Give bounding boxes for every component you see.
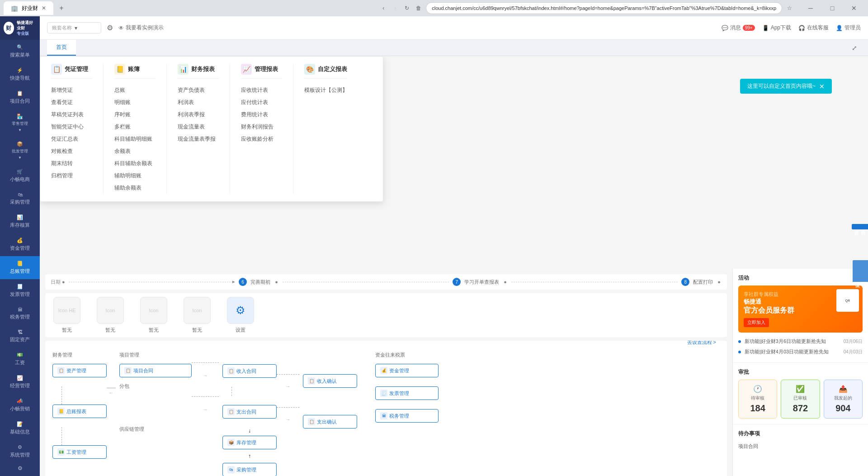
menu-item-detailed-ledger[interactable]: 明细账 xyxy=(114,96,156,109)
maximize-button[interactable]: □ xyxy=(822,2,843,14)
icon-cell-3[interactable]: Icon 暂无 xyxy=(136,297,172,333)
menu-item-income[interactable]: 利润表 xyxy=(178,96,219,109)
sidebar-logo[interactable]: 财 畅捷通好业财 专业版 xyxy=(0,16,40,40)
header-settings-icon[interactable]: ⚙ xyxy=(107,24,113,32)
sidebar-item-marketing[interactable]: 📣 小畅营销 xyxy=(0,394,40,417)
menu-item-cashflow[interactable]: 现金流量表 xyxy=(178,121,219,133)
flow-box-inventory[interactable]: 📦 库存管理 xyxy=(222,436,277,449)
menu-item-new-voucher[interactable]: 新增凭证 xyxy=(51,84,92,96)
refresh-button[interactable]: ↻ xyxy=(402,4,411,13)
sidebar-item-wholesale[interactable]: 📦 批发管理 ▼ xyxy=(0,137,40,164)
sidebar-item-inventory[interactable]: 📊 库存核算 xyxy=(0,210,40,233)
close-button[interactable]: ✕ xyxy=(844,2,864,14)
flow-box-project-contract[interactable]: 📋 项目合同 xyxy=(119,364,192,377)
sidebar-item-salary[interactable]: 💵 工资 xyxy=(0,347,40,371)
menu-item-auxiliary-detail[interactable]: 科目辅助明细账 xyxy=(114,133,156,145)
sidebar-item-basic[interactable]: 📝 基础信息 xyxy=(0,417,40,440)
general-box-icon: 📒 xyxy=(57,408,65,415)
todo-item-project[interactable]: 项目合同 xyxy=(738,441,863,452)
back-button[interactable]: ‹ xyxy=(379,4,388,13)
menu-item-period-close[interactable]: 期末结转 xyxy=(51,157,92,170)
flow-box-invoice[interactable]: 🧾 发票管理 xyxy=(375,386,439,400)
icon-cell-4[interactable]: Icon 暂无 xyxy=(179,297,215,333)
sidebar-item-ecommerce[interactable]: 🛒 小畅电商 xyxy=(0,164,40,187)
category-mgmt-title: 管理报表 xyxy=(255,65,278,73)
menu-item-view-voucher[interactable]: 查看凭证 xyxy=(51,96,92,109)
menu-item-sequence-ledger[interactable]: 序时账 xyxy=(114,109,156,121)
flow-box-expense-confirm[interactable]: 📋 支出确认 xyxy=(303,415,357,428)
minimize-button[interactable]: ─ xyxy=(800,2,821,14)
flow-box-income-contract[interactable]: 📋 收入合同 xyxy=(222,364,277,378)
menu-item-auxiliary-balance2[interactable]: 辅助余额表 xyxy=(114,182,156,194)
menu-item-balance-table[interactable]: 余额表 xyxy=(114,145,156,157)
menu-item-profit-report[interactable]: 财务利润报告 xyxy=(241,121,282,133)
icon-cell-settings[interactable]: ⚙ 设置 xyxy=(222,297,259,333)
join-button[interactable]: 立即加入 xyxy=(744,318,769,327)
icon-cell-2[interactable]: Icon 暂无 xyxy=(92,297,128,333)
flow-box-salary[interactable]: 💵 工资管理 xyxy=(52,445,107,459)
setup-flow-link[interactable]: 去设置流程 > xyxy=(687,341,716,348)
desktop-label[interactable]: 桌面快捷 xyxy=(853,276,868,282)
menu-item-expense-stat[interactable]: 费用统计表 xyxy=(241,109,282,121)
menu-item-payable-stat[interactable]: 应付统计表 xyxy=(241,96,282,109)
menu-item-aging-analysis[interactable]: 应收账龄分析 xyxy=(241,133,282,145)
menu-item-cashflow-quarterly[interactable]: 现金流量表季报 xyxy=(178,133,219,145)
tab-home[interactable]: 首页 xyxy=(47,40,76,56)
menu-item-auxiliary-balance[interactable]: 科目辅助余额表 xyxy=(114,157,156,170)
approval-card-done[interactable]: ✅ 已审核 872 xyxy=(781,380,820,419)
flow-box-asset[interactable]: 📋 资产管理 xyxy=(52,364,107,377)
news-item-2[interactable]: 新功能|好业财4月03日功能更新抢先知 04月03日 xyxy=(738,347,863,357)
message-button[interactable]: 💬 消息 99+ xyxy=(722,24,755,32)
sidebar-item-assets[interactable]: 🏗 固定资产 xyxy=(0,325,40,347)
sidebar-item-retail[interactable]: 🏪 零售管理 ▼ xyxy=(0,109,40,137)
flow-box-general[interactable]: 📒 总账报表 xyxy=(52,405,107,418)
user-menu-button[interactable]: 👤 管理员 xyxy=(836,24,861,32)
menu-item-auxiliary-detail2[interactable]: 辅助明细账 xyxy=(114,170,156,182)
menu-item-template-design[interactable]: 模板设计【公测】 xyxy=(304,84,348,96)
approval-card-pending[interactable]: 🕐 待审核 184 xyxy=(738,380,777,419)
sidebar-item-capital[interactable]: 💰 资金管理 xyxy=(0,233,40,256)
sidebar-item-project[interactable]: 📋 项目合同 xyxy=(0,86,40,109)
icon-cell-1[interactable]: Icon HE 暂无 xyxy=(49,297,85,333)
menu-item-multi-column[interactable]: 多栏账 xyxy=(114,121,156,133)
app-download-button[interactable]: 📱 App下载 xyxy=(762,24,791,32)
sidebar-item-invoice[interactable]: 🧾 发票管理 xyxy=(0,279,40,302)
sidebar-item-account[interactable]: 📒 总账管理 xyxy=(0,256,40,279)
menu-item-voucher-summary[interactable]: 凭证汇总表 xyxy=(51,133,92,145)
company-selector[interactable]: 账套名称 ▾ xyxy=(47,22,101,33)
approval-card-sent[interactable]: 📤 我发起的 904 xyxy=(824,380,863,419)
sidebar-item-system[interactable]: ⚙ 系统管理 xyxy=(0,440,40,461)
right-dashed-1 xyxy=(277,374,299,375)
expand-icon[interactable]: ⤢ xyxy=(852,44,857,52)
sidebar-item-shortcut[interactable]: ⚡ 快捷导航 xyxy=(0,63,40,86)
news-item-1[interactable]: 新功能|好业财3月6日功能更新抢先知 03月06日 xyxy=(738,336,863,347)
menu-item-receivable-stat[interactable]: 应收统计表 xyxy=(241,84,282,96)
active-tab[interactable]: 🏢 好业财 ✕ xyxy=(4,1,53,15)
bookmark-button[interactable]: ☆ xyxy=(785,4,794,13)
menu-item-balance-sheet[interactable]: 资产负债表 xyxy=(178,84,219,96)
demo-link[interactable]: 👁 我要看实例演示 xyxy=(118,24,164,32)
flow-box-purchase[interactable]: 🛍 采购管理 xyxy=(222,463,277,476)
sidebar-item-ops[interactable]: 📈 经营管理 xyxy=(0,371,40,394)
menu-item-archive[interactable]: 归档管理 xyxy=(51,170,92,182)
new-tab-button[interactable]: + xyxy=(55,2,68,14)
service-community-label[interactable]: 服务社区 xyxy=(853,271,868,276)
forward-button[interactable]: › xyxy=(391,4,400,13)
sidebar-item-search[interactable]: 🔍 搜索菜单 xyxy=(0,40,40,63)
menu-item-income-quarterly[interactable]: 利润表季报 xyxy=(178,109,219,121)
delete-button[interactable]: 🗑 xyxy=(414,4,423,13)
flow-box-income-confirm[interactable]: 📋 收入确认 xyxy=(303,374,357,388)
online-service-button[interactable]: 🎧 在线客服 xyxy=(798,24,829,32)
sidebar-item-tax[interactable]: 🏛 税务管理 xyxy=(0,302,40,325)
flow-box-tax[interactable]: 🏛 税务管理 xyxy=(375,409,439,423)
sidebar-settings[interactable]: ⚙ xyxy=(13,461,27,476)
sidebar-item-purchase[interactable]: 🛍 采购管理 xyxy=(0,187,40,210)
flow-box-capital[interactable]: 💰 资金管理 xyxy=(375,364,439,377)
menu-item-smart-center[interactable]: 智能凭证中心 xyxy=(51,121,92,133)
menu-item-draft-list[interactable]: 草稿凭证列表 xyxy=(51,109,92,121)
flow-box-expense-contract[interactable]: 📋 支出合同 xyxy=(222,405,277,419)
menu-item-general-ledger[interactable]: 总账 xyxy=(114,84,156,96)
address-bar[interactable]: cloud.chanjet.com/cc/u6d89qwnryel/57bfsk… xyxy=(426,2,782,14)
tab-close-icon[interactable]: ✕ xyxy=(42,5,46,11)
menu-item-reconcile[interactable]: 对账检查 xyxy=(51,145,92,157)
